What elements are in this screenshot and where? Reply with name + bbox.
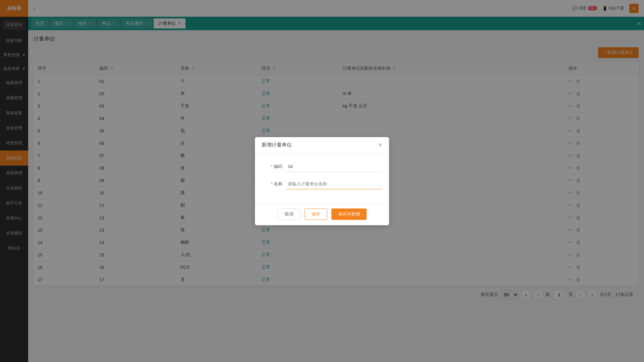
code-input[interactable]	[285, 161, 382, 172]
modal-footer: 取消 保存 保存并新增	[255, 204, 389, 225]
name-input[interactable]	[285, 179, 382, 189]
modal-title: 新增计量单位	[262, 142, 292, 148]
code-field-row: 编码	[262, 161, 382, 172]
save-button[interactable]: 保存	[305, 208, 327, 220]
modal-close-button[interactable]: ✕	[378, 142, 382, 148]
modal-body: 编码 名称	[255, 153, 389, 204]
name-field-row: 名称	[262, 179, 382, 189]
code-label: 编码	[262, 164, 285, 170]
name-label: 名称	[262, 181, 285, 187]
modal-header: 新增计量单位 ✕	[255, 137, 389, 153]
modal-overlay: 新增计量单位 ✕ 编码 名称 取消 保存 保存并新增	[0, 0, 644, 362]
cancel-button[interactable]: 取消	[278, 208, 301, 220]
save-and-new-button[interactable]: 保存并新增	[331, 208, 367, 220]
add-unit-modal: 新增计量单位 ✕ 编码 名称 取消 保存 保存并新增	[255, 137, 389, 225]
